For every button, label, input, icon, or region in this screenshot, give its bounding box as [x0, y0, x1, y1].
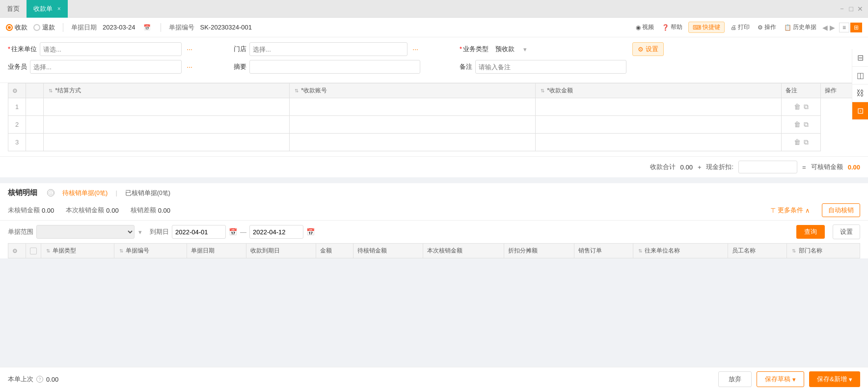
row-3-settle[interactable]	[26, 134, 44, 151]
next-arrow[interactable]: ▶	[830, 24, 835, 31]
tab-home[interactable]: 首页	[0, 0, 27, 18]
form-row-2: 业务员 ··· 摘要 备注	[8, 60, 860, 74]
note-input[interactable]	[475, 60, 626, 74]
sub-col-doc-type: ⇅ 单据类型	[41, 244, 114, 258]
date-to-input[interactable]	[249, 225, 303, 239]
row-2-delete-icon[interactable]: 🗑	[794, 120, 801, 129]
salesperson-more-btn[interactable]: ···	[185, 63, 194, 71]
row-2-note[interactable]	[536, 116, 782, 134]
help-btn[interactable]: ❓ 帮助	[660, 22, 684, 32]
row-2-amount[interactable]	[290, 116, 536, 134]
counterparty-input[interactable]	[40, 42, 182, 56]
section-divider	[0, 177, 868, 181]
maximize-button[interactable]: □	[849, 5, 853, 13]
form-settings-btn[interactable]: ⚙ 设置	[632, 42, 664, 56]
sub-col-this-amount: 本次核销金额	[423, 244, 504, 258]
select-all-checkbox[interactable]	[30, 248, 37, 254]
table-header: ⚙ ⇅ *结算方式 ⇅ *收款账号 ⇅ *收款金额 备注 操作	[8, 84, 860, 98]
bottom-left: 本单上次 ? 0.00	[8, 375, 58, 384]
row-1-account[interactable]	[44, 98, 290, 116]
row-1-note[interactable]	[536, 98, 782, 116]
row-1-settle[interactable]	[26, 98, 44, 116]
discard-btn[interactable]: 放弃	[718, 371, 752, 387]
close-window-button[interactable]: ✕	[857, 5, 863, 13]
history-btn[interactable]: 📋 历史单据	[782, 22, 818, 32]
row-2-account[interactable]	[44, 116, 290, 134]
table-settings-gear[interactable]: ⚙	[12, 87, 18, 94]
row-1-amount[interactable]	[290, 98, 536, 116]
save-dropdown-icon[interactable]: ▾	[849, 376, 852, 383]
list-layout-btn[interactable]: ≡	[839, 23, 849, 32]
filter-settings-btn[interactable]: 设置	[833, 224, 860, 239]
summary-row: 收款合计 0.00 + 现金折扣: = 可核销金额 0.00	[0, 156, 868, 177]
date-from-input[interactable]	[172, 225, 226, 239]
counterparty-more-btn[interactable]: ···	[185, 45, 194, 53]
store-label: 门店	[234, 45, 246, 54]
chevron-up-icon: ∧	[805, 207, 810, 214]
salesperson-input[interactable]	[30, 60, 182, 74]
counterparty-field: *往来单位 ···	[8, 42, 194, 56]
store-input[interactable]	[249, 42, 407, 56]
right-panel-table-btn[interactable]: ⊟	[852, 49, 868, 67]
table-row: 3 🗑 ⧉	[8, 134, 860, 151]
calendar-icon[interactable]: 📅	[141, 23, 153, 32]
row-3-account[interactable]	[44, 134, 290, 151]
prev-arrow[interactable]: ◀	[822, 24, 828, 31]
save-draft-btn[interactable]: 保存草稿 ▾	[757, 371, 804, 387]
print-btn[interactable]: 🖨 打印	[729, 22, 752, 32]
right-panel-link-btn[interactable]: ⛓	[852, 84, 868, 102]
receipt-mode-radio[interactable]: 收款	[6, 23, 27, 32]
row-2-copy-icon[interactable]: ⧉	[804, 120, 809, 129]
done-tab[interactable]: 已核销单据(0笔)	[125, 189, 170, 197]
sub-col-doc-date: 单据日期	[187, 244, 246, 258]
sub-col-counterparty: ⇅ 往来单位名称	[633, 244, 728, 258]
tab-receipt[interactable]: 收款单 ×	[27, 0, 68, 18]
tab-close-icon[interactable]: ×	[57, 5, 61, 12]
date-label: 单据日期	[71, 23, 97, 32]
right-panel-scan-btn[interactable]: ⊡	[852, 102, 868, 120]
cal-from-icon[interactable]: 📅	[229, 228, 237, 236]
minimize-button[interactable]: －	[839, 4, 845, 13]
cal-to-icon[interactable]: 📅	[306, 228, 315, 236]
operation-btn[interactable]: ⚙ 操作	[756, 22, 778, 32]
note-field: 备注	[460, 60, 626, 74]
verification-info-icon[interactable]: ⓘ	[47, 189, 54, 196]
toolbar: 收款 退款 单据日期 2023-03-24 📅 单据编号 SK-20230324…	[0, 18, 868, 37]
sub-col-sales-order: 销售订单	[574, 244, 633, 258]
total-value: 0.00	[680, 164, 693, 171]
row-3-action: 🗑 ⧉	[782, 134, 821, 151]
summary-input[interactable]	[249, 60, 420, 74]
range-select[interactable]	[36, 225, 135, 239]
row-1-copy-icon[interactable]: ⧉	[804, 103, 809, 111]
auto-clear-btn[interactable]: 自动核销	[822, 203, 860, 217]
row-3-amount[interactable]	[290, 134, 536, 151]
row-3-copy-icon[interactable]: ⧉	[804, 138, 809, 146]
draft-dropdown-icon[interactable]: ▾	[792, 376, 796, 383]
more-conditions-btn[interactable]: ⊤ 更多条件 ∧	[770, 206, 810, 215]
date-value: 2023-03-24	[103, 24, 136, 31]
sub-table-gear[interactable]: ⚙	[12, 248, 18, 254]
toolbar-right: ◉ 视频 ❓ 帮助 ⌨ 快捷键 🖨 打印 ⚙ 操作 📋 历史单据 ◀ ▶ ≡ ⊞	[634, 22, 862, 33]
save-new-btn[interactable]: 保存&新增 ▾	[809, 371, 860, 387]
refund-mode-radio[interactable]: 退款	[33, 23, 55, 32]
col-rownum	[26, 84, 44, 98]
sub-col-settings: ⚙	[8, 244, 26, 258]
row-2-settle[interactable]	[26, 116, 44, 134]
pending-tab[interactable]: 待核销单据(0笔)	[62, 189, 108, 197]
query-btn[interactable]: 查询	[796, 225, 825, 239]
store-more-btn[interactable]: ···	[410, 45, 420, 53]
business-type-dropdown[interactable]: ▾	[523, 46, 527, 53]
counterparty-label: *往来单位	[8, 45, 37, 54]
range-dropdown-icon[interactable]: ▾	[138, 228, 142, 236]
shortcut-btn[interactable]: ⌨ 快捷键	[688, 22, 725, 33]
row-3-note[interactable]	[536, 134, 782, 151]
video-btn[interactable]: ◉ 视频	[634, 22, 656, 32]
bottom-info-icon[interactable]: ?	[36, 376, 43, 383]
right-panel-doc-btn[interactable]: ◫	[852, 67, 868, 84]
row-3-delete-icon[interactable]: 🗑	[794, 138, 801, 146]
discount-input[interactable]	[738, 161, 797, 173]
grid-layout-btn[interactable]: ⊞	[850, 23, 862, 32]
row-1-action: 🗑 ⧉	[782, 98, 821, 116]
range-filter-field: 单据范围 ▾	[8, 225, 142, 239]
row-1-delete-icon[interactable]: 🗑	[794, 103, 801, 111]
